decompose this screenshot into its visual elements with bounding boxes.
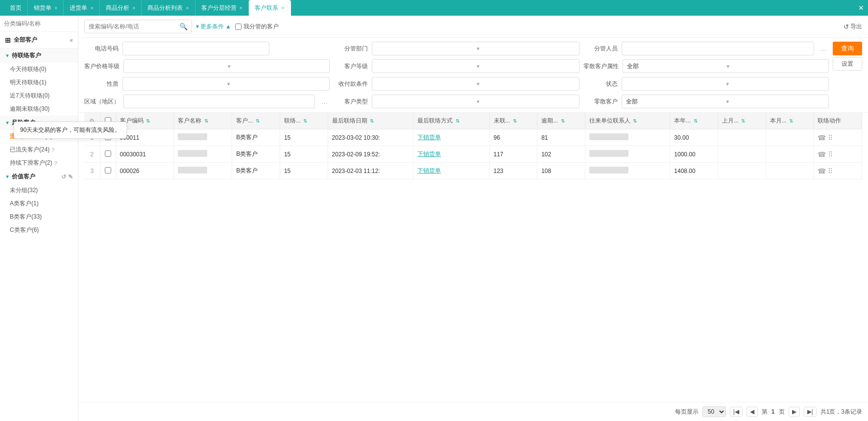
row-more-icon[interactable]: ⠿ xyxy=(828,167,833,175)
sidebar-item-7days-contact[interactable]: 近7天待联络(0) xyxy=(0,89,78,102)
row-checkbox[interactable] xyxy=(105,167,111,173)
sidebar-item-ungrouped[interactable]: 未分组(32) xyxy=(0,184,78,197)
row-actions: ☎ ⠿ xyxy=(814,146,862,163)
close-tab-customer-segment[interactable]: × xyxy=(240,5,242,11)
sidebar-group-waiting[interactable]: ▼ 待联络客户 xyxy=(0,49,78,63)
tab-home[interactable]: 首页 xyxy=(4,0,28,16)
region-more[interactable]: … xyxy=(319,98,330,105)
th-contact-person[interactable]: 往来单位联系人 ⇅ xyxy=(585,113,670,129)
tab-purchase-order[interactable]: 进货单 × xyxy=(64,0,99,16)
zero-attr-select[interactable]: 全部 ▼ xyxy=(623,59,829,73)
refresh-icon[interactable]: ↺ xyxy=(61,173,66,180)
row-last-contact-method[interactable]: 下销货单 xyxy=(413,129,489,146)
row-checkbox-cell[interactable] xyxy=(100,146,116,163)
th-type[interactable]: 客户... ⇅ xyxy=(232,113,280,129)
last-page-btn[interactable]: ▶| xyxy=(804,407,817,417)
prev-page-btn[interactable]: ◀ xyxy=(747,407,758,417)
tab-product-analysis[interactable]: 商品分析 × xyxy=(100,0,142,16)
sidebar-item-today-contact[interactable]: 今天待联络(0) xyxy=(0,63,78,76)
table-header-row: ⚙ 客户编码 ⇅ 客户名称 ⇅ 客户... ⇅ xyxy=(84,113,862,129)
tab-sales-order[interactable]: 销货单 × xyxy=(28,0,64,16)
th-this-year[interactable]: 本年... ⇅ xyxy=(670,113,718,129)
th-no-contact-days[interactable]: 未联... ⇅ xyxy=(489,113,537,129)
next-page-btn[interactable]: ▶ xyxy=(789,407,800,417)
row-last-contact-method[interactable]: 下销货单 xyxy=(413,146,489,163)
conditions-arrow: ▲ xyxy=(225,23,231,30)
per-page-select[interactable]: 50 xyxy=(702,406,726,417)
region-select[interactable] xyxy=(123,95,315,108)
person-select[interactable] xyxy=(622,42,814,55)
sidebar-item-class-c[interactable]: C类客户(6) xyxy=(0,223,78,237)
my-customers-checkbox-container[interactable]: 我分管的客户 xyxy=(235,23,279,31)
nature-select[interactable]: ▼ xyxy=(122,77,330,91)
more-conditions-btn[interactable]: ▾ 更多条件 ▲ xyxy=(196,23,231,31)
dept-arrow: ▼ xyxy=(476,46,575,51)
sidebar-all-customers[interactable]: ⊞ 全部客户 « xyxy=(0,32,78,49)
person-more[interactable]: … xyxy=(818,45,829,52)
row-overdue: 102 xyxy=(537,146,585,163)
row-more-icon[interactable]: ⠿ xyxy=(828,150,833,158)
row-contact-icon[interactable]: ☎ xyxy=(818,134,826,142)
sidebar-group-value[interactable]: ▼ 价值客户 ↺ ✎ xyxy=(0,170,78,184)
sidebar-item-class-b[interactable]: B类客户(33) xyxy=(0,210,78,223)
sidebar-item-tomorrow-contact[interactable]: 明天待联络(1) xyxy=(0,76,78,89)
sidebar-search-input[interactable] xyxy=(4,20,77,27)
row-name xyxy=(174,163,232,179)
sidebar-item-declining[interactable]: 持续下滑客户(2) ? xyxy=(0,156,78,170)
filter-field-region: 区域（地区） … xyxy=(84,95,330,108)
edit-icon[interactable]: ✎ xyxy=(68,173,73,180)
phone-input[interactable] xyxy=(122,42,269,55)
sidebar-collapse-icon[interactable]: « xyxy=(70,37,73,44)
filter-row-2: 客户价格等级 ▼ 客户等级 ▼ xyxy=(84,59,829,73)
payment-select[interactable]: ▼ xyxy=(372,77,579,91)
th-this-month[interactable]: 本月... ⇅ xyxy=(766,113,814,129)
sidebar-item-class-a[interactable]: A类客户(1) xyxy=(0,197,78,210)
customer-level-select[interactable]: ▼ xyxy=(372,59,579,73)
close-tab-product-analysis-list[interactable]: × xyxy=(186,5,189,11)
th-contact[interactable]: 联络... ⇅ xyxy=(280,113,328,129)
row-contact-person xyxy=(585,163,670,179)
th-overdue[interactable]: 逾期... ⇅ xyxy=(537,113,585,129)
churned-help-icon[interactable]: ? xyxy=(51,147,54,153)
th-last-contact-method[interactable]: 最后联络方式 ⇅ xyxy=(413,113,489,129)
sidebar-item-overdue-contact[interactable]: 逾期未联络(30) xyxy=(0,102,78,116)
query-button[interactable]: 查询 xyxy=(833,42,862,55)
sidebar-item-churned[interactable]: 已流失客户(24) ? xyxy=(0,143,78,156)
filter-field-zero-attr: 零散客户属性 全部 ▼ xyxy=(583,59,829,73)
my-customers-checkbox[interactable] xyxy=(235,24,241,30)
row-checkbox[interactable] xyxy=(105,150,111,157)
tab-customer-segment[interactable]: 客户分层经营 × xyxy=(195,0,249,16)
customer-type-select[interactable]: ▼ xyxy=(372,95,579,108)
close-tab-product-analysis[interactable]: × xyxy=(132,5,135,11)
price-level-select[interactable]: ▼ xyxy=(123,59,330,73)
declining-help-icon[interactable]: ? xyxy=(54,160,57,166)
first-page-btn[interactable]: |◀ xyxy=(730,407,743,417)
row-contact-icon[interactable]: ☎ xyxy=(818,150,826,158)
th-name[interactable]: 客户名称 ⇅ xyxy=(174,113,232,129)
filter-search-button[interactable]: 🔍 xyxy=(179,23,188,30)
zero-customer-select[interactable]: 全部 ▼ xyxy=(622,95,829,108)
close-all-tabs[interactable]: ✕ xyxy=(858,4,864,12)
row-contact-icon[interactable]: ☎ xyxy=(818,167,826,175)
total-records: 共1页，3条记录 xyxy=(820,408,862,416)
sort-icon-contact-person: ⇅ xyxy=(633,118,637,124)
th-last-contact-date[interactable]: 最后联络日期 ⇅ xyxy=(328,113,413,129)
close-tab-purchase-order[interactable]: × xyxy=(90,5,93,11)
status-select[interactable]: ▼ xyxy=(622,77,829,91)
tab-product-analysis-list[interactable]: 商品分析列表 × xyxy=(142,0,195,16)
filter-field-zero-customer: 零散客户 全部 ▼ xyxy=(583,95,829,108)
row-more-icon[interactable]: ⠿ xyxy=(828,134,833,142)
row-last-contact-method[interactable]: 下销货单 xyxy=(413,163,489,179)
table-row: 2 00030031 B类客户 15 2023-02-09 19:52: 下销货… xyxy=(84,146,862,163)
row-checkbox-cell[interactable] xyxy=(100,163,116,179)
th-last-month[interactable]: 上月... ⇅ xyxy=(718,113,766,129)
tab-customer-contact[interactable]: 客户联系 × xyxy=(249,0,290,16)
filter-search-input[interactable] xyxy=(89,23,179,30)
close-tab-customer-contact[interactable]: × xyxy=(281,5,284,11)
settings-button[interactable]: 设置 xyxy=(833,57,862,71)
dept-select[interactable]: ▼ xyxy=(372,42,579,55)
export-button[interactable]: ↺ 导出 xyxy=(844,23,862,31)
sort-icon-this-year: ⇅ xyxy=(694,118,698,124)
sort-icon-date: ⇅ xyxy=(370,118,374,124)
close-tab-sales-order[interactable]: × xyxy=(54,5,57,11)
